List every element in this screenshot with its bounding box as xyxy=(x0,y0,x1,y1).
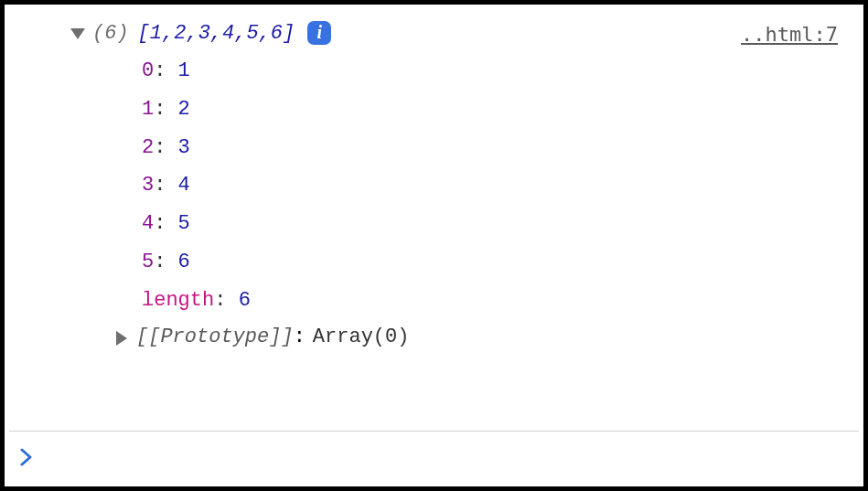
length-value: 6 xyxy=(239,289,251,312)
length-key: length xyxy=(142,289,214,312)
array-entry[interactable]: 4: 5 xyxy=(142,205,843,243)
entry-index: 1 xyxy=(142,98,154,121)
bracket-close: ] xyxy=(283,22,295,45)
entry-value: 6 xyxy=(178,251,190,273)
array-entry[interactable]: 5: 6 xyxy=(142,243,843,282)
preview-value: 2 xyxy=(174,22,186,45)
preview-value: 5 xyxy=(246,22,258,45)
array-expanded-entries: 0: 1 1: 2 2: 3 3: 4 4: 5 5: 6 length: 6 xyxy=(70,52,843,320)
entry-index: 3 xyxy=(142,174,154,197)
entry-index: 0 xyxy=(142,59,154,82)
row-divider xyxy=(9,431,859,432)
entry-value: 5 xyxy=(178,212,190,235)
array-entry[interactable]: 3: 4 xyxy=(142,166,843,205)
preview-value: 3 xyxy=(198,22,210,45)
entry-value: 4 xyxy=(178,174,190,197)
entry-value: 3 xyxy=(178,136,190,159)
preview-value: 6 xyxy=(271,22,283,45)
prototype-key: [[Prototype]] xyxy=(136,326,294,348)
preview-sep: , xyxy=(162,22,174,45)
array-entry[interactable]: 0: 1 xyxy=(142,52,843,91)
source-link[interactable]: ..html:7 xyxy=(741,23,838,46)
array-entry[interactable]: 2: 3 xyxy=(142,129,843,167)
console-panel: ..html:7 (6) [ 1, 2, 3, 4, 5, 6 ] i 0: 1… xyxy=(0,0,868,491)
prototype-value: Array(0) xyxy=(313,326,410,348)
preview-sep: , xyxy=(259,22,271,45)
disclosure-triangle-down-icon[interactable] xyxy=(70,28,85,39)
bracket-open: [ xyxy=(138,22,150,45)
entry-index: 4 xyxy=(142,212,154,235)
preview-value: 4 xyxy=(222,22,234,45)
disclosure-triangle-right-icon[interactable] xyxy=(116,331,127,346)
info-icon[interactable]: i xyxy=(307,21,331,45)
preview-sep: , xyxy=(234,22,246,45)
entry-index: 2 xyxy=(142,136,154,159)
preview-sep: , xyxy=(186,22,198,45)
entry-value: 2 xyxy=(178,98,190,121)
entry-value: 1 xyxy=(178,59,190,82)
array-length-entry[interactable]: length: 6 xyxy=(142,282,843,320)
preview-sep: , xyxy=(210,22,222,45)
array-length-hint: (6) xyxy=(92,22,129,45)
array-summary[interactable]: (6) [ 1, 2, 3, 4, 5, 6 ] i xyxy=(70,21,843,45)
entry-index: 5 xyxy=(142,251,154,273)
prototype-entry[interactable]: [[Prototype]]: Array(0) xyxy=(70,326,843,348)
array-entry[interactable]: 1: 2 xyxy=(142,91,843,129)
preview-value: 1 xyxy=(150,22,162,45)
console-prompt[interactable] xyxy=(19,448,34,466)
console-log-row: (6) [ 1, 2, 3, 4, 5, 6 ] i 0: 1 1: 2 2: … xyxy=(25,21,843,348)
